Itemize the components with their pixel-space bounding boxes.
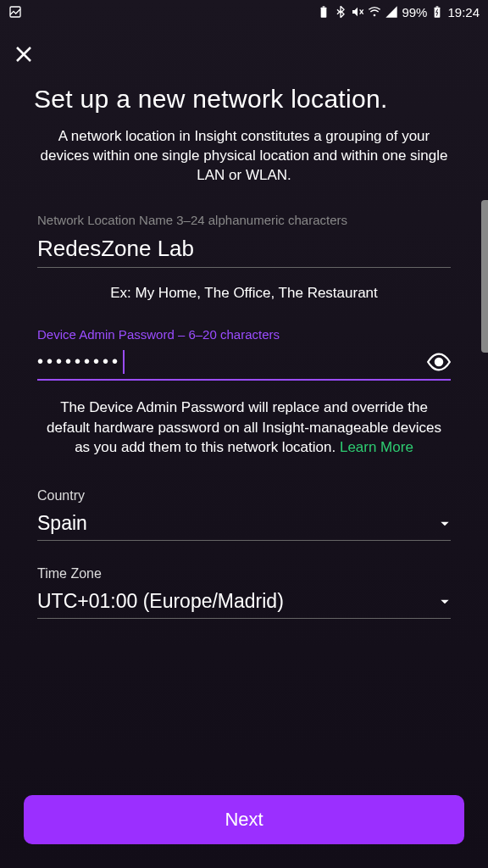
signal-icon (385, 5, 398, 19)
chevron-down-icon (439, 596, 451, 608)
battery-saver-icon (317, 5, 330, 19)
location-name-label: Network Location Name 3–24 alphanumeric … (37, 213, 451, 227)
svg-point-10 (435, 359, 442, 365)
country-label: Country (37, 488, 451, 504)
text-cursor (123, 350, 125, 374)
chevron-down-icon (439, 518, 451, 530)
page-subtitle: A network location in Insight constitute… (20, 127, 468, 186)
clock: 19:24 (447, 5, 480, 19)
country-value: Spain (37, 512, 87, 535)
location-name-hint: Ex: My Home, The Office, The Restaurant (37, 285, 451, 302)
status-bar: 99% 19:24 (0, 0, 488, 24)
bluetooth-icon (334, 5, 347, 19)
svg-rect-1 (321, 8, 327, 18)
close-icon (14, 44, 34, 64)
battery-charging-icon (430, 5, 444, 19)
location-name-value: RedesZone Lab (37, 236, 194, 262)
next-button[interactable]: Next (24, 795, 464, 844)
password-input[interactable]: ••••••••• (37, 350, 451, 381)
show-password-button[interactable] (427, 350, 451, 374)
password-label: Device Admin Password – 6–20 characters (37, 327, 451, 342)
timezone-label: Time Zone (37, 566, 451, 581)
mute-icon (351, 5, 364, 19)
location-name-input[interactable]: RedesZone Lab (37, 236, 451, 268)
svg-point-5 (374, 14, 376, 17)
svg-rect-2 (323, 6, 325, 7)
battery-percent: 99% (402, 5, 427, 19)
eye-icon (427, 350, 451, 374)
timezone-select[interactable]: UTC+01:00 (Europe/Madrid) (37, 590, 451, 619)
close-button[interactable] (3, 34, 44, 75)
password-value: ••••••••• (37, 352, 121, 371)
scroll-indicator[interactable] (481, 200, 488, 353)
wifi-icon (368, 5, 381, 19)
svg-rect-7 (436, 6, 439, 7)
svg-rect-0 (10, 7, 20, 17)
page-title: Set up a new network location. (34, 85, 468, 114)
timezone-value: UTC+01:00 (Europe/Madrid) (37, 590, 284, 613)
country-select[interactable]: Spain (37, 512, 451, 541)
learn-more-link[interactable]: Learn More (340, 439, 413, 455)
picture-icon (8, 5, 22, 19)
password-help-text: The Device Admin Password will replace a… (20, 398, 468, 458)
